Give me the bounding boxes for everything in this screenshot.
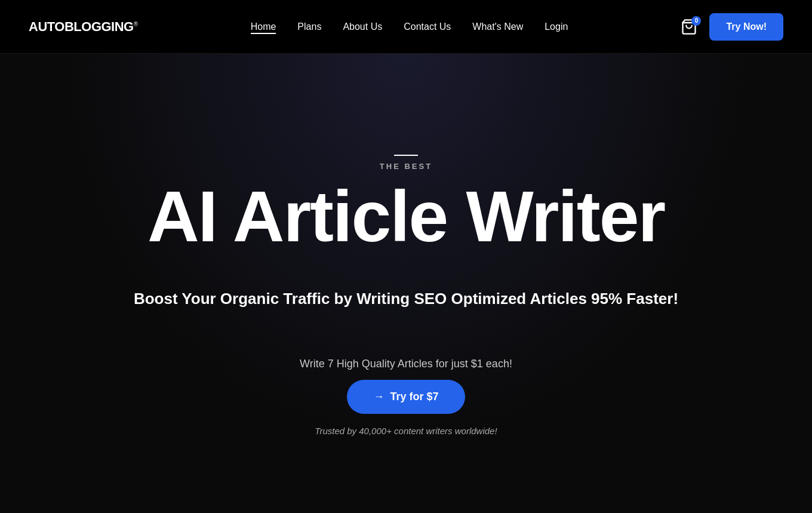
nav-link-plans[interactable]: Plans xyxy=(297,21,321,32)
navbar: AUTOBLOGGING® Home Plans About Us Contac… xyxy=(0,0,812,54)
nav-right: 0 Try Now! xyxy=(681,13,783,41)
hero-section: THE BEST AI Article Writer Boost Your Or… xyxy=(0,54,812,513)
nav-link-home[interactable]: Home xyxy=(251,21,276,34)
logo-registered: ® xyxy=(134,20,138,27)
hero-subtitle: Boost Your Organic Traffic by Writing SE… xyxy=(134,288,678,309)
hero-cta-label: Try for $7 xyxy=(390,391,438,403)
arrow-icon: → xyxy=(373,391,384,403)
hero-cta-button[interactable]: → Try for $7 xyxy=(347,380,465,414)
logo-label: AUTOBLOGGING® xyxy=(29,19,138,34)
nav-link-whats-new[interactable]: What's New xyxy=(472,21,523,32)
nav-item-contact[interactable]: Contact Us xyxy=(404,21,451,32)
nav-links: Home Plans About Us Contact Us What's Ne… xyxy=(251,21,568,32)
nav-item-plans[interactable]: Plans xyxy=(297,21,321,32)
try-now-button[interactable]: Try Now! xyxy=(709,13,783,41)
nav-link-contact[interactable]: Contact Us xyxy=(404,21,451,32)
cart-button[interactable]: 0 xyxy=(681,19,697,35)
hero-eyebrow-line xyxy=(394,155,418,156)
hero-content: THE BEST AI Article Writer Boost Your Or… xyxy=(134,155,678,435)
hero-eyebrow: THE BEST xyxy=(380,162,432,171)
nav-item-home[interactable]: Home xyxy=(251,21,276,32)
nav-item-whats-new[interactable]: What's New xyxy=(472,21,523,32)
hero-trust-text: Trusted by 40,000+ content writers world… xyxy=(315,426,497,436)
nav-item-about[interactable]: About Us xyxy=(343,21,382,32)
hero-eyebrow-wrapper: THE BEST xyxy=(380,155,432,171)
cart-badge: 0 xyxy=(691,16,701,26)
hero-cta-section: Write 7 High Quality Articles for just $… xyxy=(300,358,512,436)
nav-link-login[interactable]: Login xyxy=(545,21,568,32)
logo-text: AUTOBLOGGING® xyxy=(29,19,138,35)
hero-offer-text: Write 7 High Quality Articles for just $… xyxy=(300,358,512,370)
nav-item-login[interactable]: Login xyxy=(545,21,568,32)
hero-title: AI Article Writer xyxy=(147,180,665,252)
nav-link-about[interactable]: About Us xyxy=(343,21,382,32)
logo[interactable]: AUTOBLOGGING® xyxy=(29,19,138,35)
